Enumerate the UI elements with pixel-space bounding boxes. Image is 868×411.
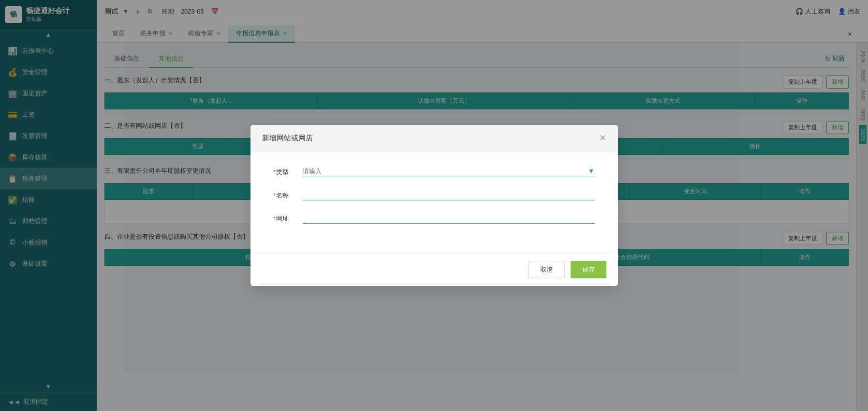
save-button[interactable]: 保存 bbox=[571, 261, 606, 278]
url-input-wrap bbox=[303, 214, 595, 224]
modal-overlay: 新增网站或网店 ✕ *类型 ▼ *名称 bbox=[0, 0, 868, 411]
name-input[interactable] bbox=[303, 191, 595, 198]
form-row-type: *类型 ▼ bbox=[274, 167, 595, 177]
url-label-text: 网址 bbox=[276, 215, 289, 222]
type-label: *类型 bbox=[274, 168, 303, 177]
add-website-modal: 新增网站或网店 ✕ *类型 ▼ *名称 bbox=[250, 125, 618, 286]
cancel-button[interactable]: 取消 bbox=[528, 261, 565, 278]
form-row-name: *名称 bbox=[274, 191, 595, 200]
name-label: *名称 bbox=[274, 191, 303, 200]
url-label: *网址 bbox=[274, 214, 303, 223]
type-dropdown-icon[interactable]: ▼ bbox=[588, 167, 595, 175]
modal-header: 新增网站或网店 ✕ bbox=[250, 125, 618, 152]
modal-body: *类型 ▼ *名称 *网址 bbox=[250, 152, 618, 253]
type-input[interactable] bbox=[303, 167, 588, 175]
modal-title: 新增网站或网店 bbox=[262, 134, 313, 143]
form-row-url: *网址 bbox=[274, 214, 595, 224]
modal-close-button[interactable]: ✕ bbox=[599, 133, 606, 143]
name-label-text: 名称 bbox=[276, 192, 289, 199]
modal-footer: 取消 保存 bbox=[250, 253, 618, 286]
type-label-text: 类型 bbox=[276, 168, 289, 176]
type-input-wrap: ▼ bbox=[303, 167, 595, 177]
name-input-wrap bbox=[303, 191, 595, 200]
url-input[interactable] bbox=[303, 214, 595, 221]
